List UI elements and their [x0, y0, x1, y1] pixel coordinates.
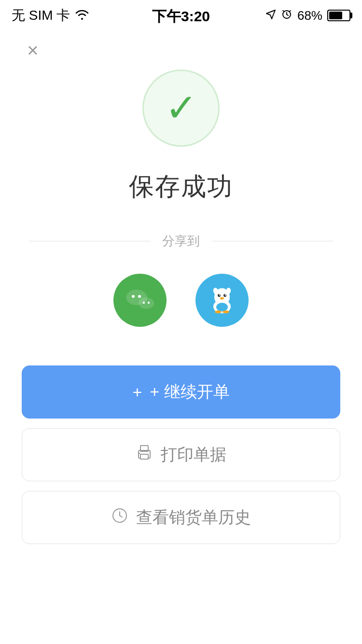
status-right: 68% [265, 8, 350, 23]
share-wechat-button[interactable] [113, 274, 167, 327]
share-icons-row [113, 274, 249, 327]
svg-point-10 [218, 294, 221, 297]
battery-text: 68% [297, 8, 322, 23]
history-button[interactable]: 查看销货单历史 [22, 491, 340, 544]
svg-point-6 [148, 302, 150, 304]
main-content: ✓ 保存成功 分享到 [0, 31, 362, 544]
share-label: 分享到 [151, 233, 211, 250]
svg-point-11 [223, 294, 226, 297]
print-icon [136, 445, 153, 465]
alarm-icon [281, 8, 292, 23]
svg-point-14 [220, 297, 224, 300]
divider-line-right [211, 241, 333, 241]
print-label: 打印单据 [161, 444, 226, 466]
close-icon: × [27, 41, 38, 60]
svg-point-17 [215, 310, 222, 313]
location-icon [265, 8, 276, 23]
svg-point-13 [225, 294, 226, 295]
success-title: 保存成功 [129, 170, 233, 204]
continue-label: + 继续开单 [150, 381, 229, 403]
status-time: 下午3:20 [152, 7, 210, 27]
share-qq-button[interactable] [195, 274, 249, 327]
battery-indicator [327, 10, 350, 21]
svg-point-3 [132, 295, 135, 298]
svg-point-4 [138, 295, 141, 298]
status-bar: 无 SIM 卡 下午3:20 68% [0, 0, 362, 31]
history-icon [111, 507, 128, 528]
carrier-text: 无 SIM 卡 [12, 6, 70, 25]
continue-icon: + [132, 383, 142, 402]
divider-line-left [29, 241, 151, 241]
action-buttons: + + 继续开单 打印单据 查看销货单历 [22, 365, 340, 544]
checkmark-icon: ✓ [165, 89, 197, 127]
share-divider: 分享到 [0, 233, 362, 250]
success-circle: ✓ [142, 70, 220, 147]
svg-point-5 [143, 302, 145, 304]
status-left: 无 SIM 卡 [12, 6, 89, 25]
svg-point-12 [219, 294, 220, 295]
svg-point-22 [139, 453, 140, 454]
svg-point-9 [216, 303, 228, 311]
close-button[interactable]: × [19, 37, 46, 64]
svg-point-2 [139, 297, 154, 309]
svg-point-18 [223, 310, 229, 313]
print-button[interactable]: 打印单据 [22, 428, 340, 481]
wechat-icon [124, 287, 156, 314]
history-label: 查看销货单历史 [136, 506, 251, 529]
wifi-icon [75, 8, 89, 23]
svg-rect-21 [140, 454, 148, 459]
qq-icon [206, 284, 238, 316]
continue-button[interactable]: + + 继续开单 [22, 365, 340, 419]
